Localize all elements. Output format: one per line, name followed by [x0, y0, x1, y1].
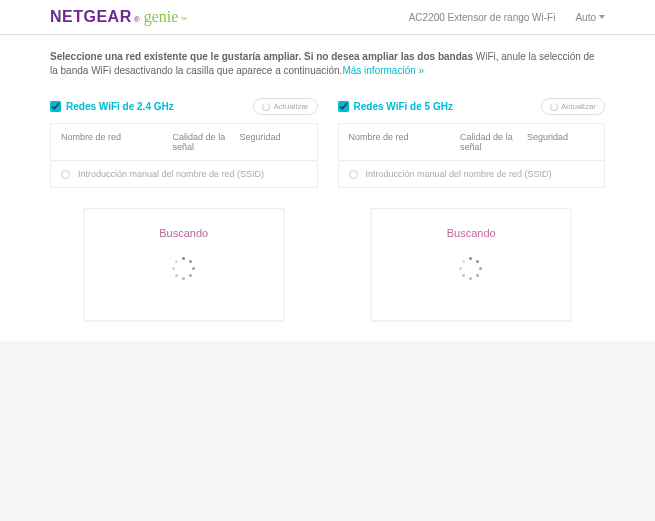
- th-security: Seguridad: [527, 132, 594, 152]
- band-5ghz: Redes WiFi de 5 GHz Actualizar Nombre de…: [338, 98, 606, 321]
- th-name: Nombre de red: [61, 132, 173, 152]
- manual-ssid-5[interactable]: Introducción manual del nombre de red (S…: [338, 161, 606, 188]
- radio-icon: [349, 170, 358, 179]
- band-5-checkbox[interactable]: Redes WiFi de 5 GHz: [338, 101, 453, 112]
- manual-ssid-24[interactable]: Introducción manual del nombre de red (S…: [50, 161, 318, 188]
- logo-netgear: NETGEAR: [50, 8, 132, 26]
- searching-box-5: Buscando: [371, 208, 571, 321]
- th-quality: Calidad de la señal: [460, 132, 527, 152]
- content: Seleccione una red existente que le gust…: [0, 35, 655, 321]
- table-header: Nombre de red Calidad de la señal Seguri…: [338, 123, 606, 161]
- spinner-icon: [459, 257, 483, 281]
- searching-box-24: Buscando: [84, 208, 284, 321]
- th-quality: Calidad de la señal: [173, 132, 240, 152]
- logo-genie: genie: [144, 8, 179, 26]
- spinner-icon: [172, 257, 196, 281]
- auto-dropdown[interactable]: Auto: [575, 12, 605, 23]
- radio-icon: [61, 170, 70, 179]
- th-name: Nombre de red: [349, 132, 461, 152]
- refresh-5-button[interactable]: Actualizar: [541, 98, 605, 115]
- th-security: Seguridad: [240, 132, 307, 152]
- instructions: Seleccione una red existente que le gust…: [50, 50, 605, 78]
- caret-down-icon: [599, 15, 605, 19]
- logo: NETGEAR® genie™: [50, 8, 187, 26]
- product-name: AC2200 Extensor de rango Wi-Fi: [409, 12, 556, 23]
- band-24ghz: Redes WiFi de 2.4 GHz Actualizar Nombre …: [50, 98, 318, 321]
- refresh-24-button[interactable]: Actualizar: [253, 98, 317, 115]
- more-info-link[interactable]: Más información »: [342, 65, 424, 76]
- refresh-icon: [550, 103, 558, 111]
- header: NETGEAR® genie™ AC2200 Extensor de rango…: [0, 0, 655, 35]
- gray-area: [0, 341, 655, 521]
- table-header: Nombre de red Calidad de la señal Seguri…: [50, 123, 318, 161]
- refresh-icon: [262, 103, 270, 111]
- band-24-checkbox[interactable]: Redes WiFi de 2.4 GHz: [50, 101, 174, 112]
